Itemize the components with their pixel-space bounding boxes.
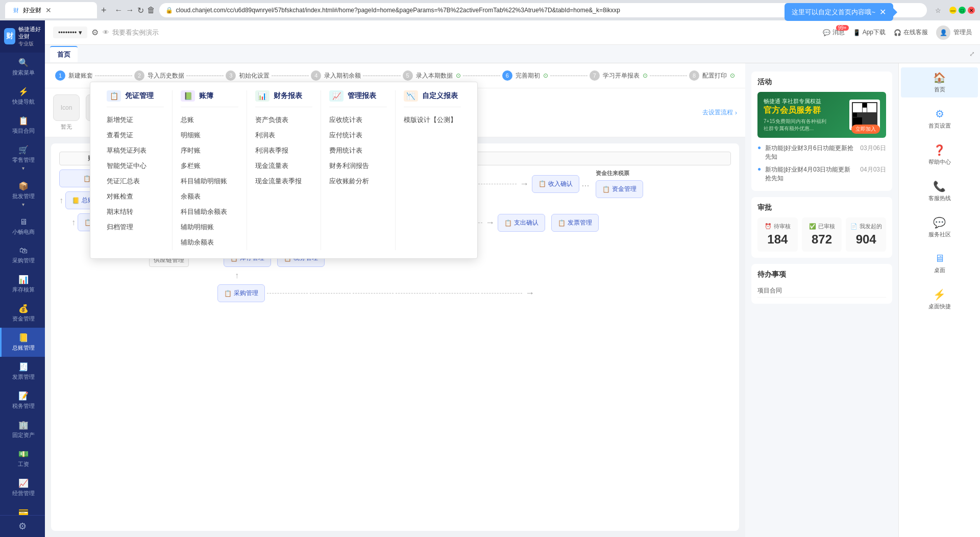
sidebar-item-assets[interactable]: 🏢 固定资产 [0,415,45,444]
sidebar-item-marketing[interactable]: 💳 小畅报销 [0,502,45,515]
menu-item-voucher-summary[interactable]: 凭证汇总表 [107,174,164,189]
rs-item-quick[interactable]: ⚡ 桌面快捷 [901,284,978,314]
sidebar-item-project[interactable]: 📋 项目合同 [0,111,45,140]
tab-home[interactable]: 首页 [50,46,78,62]
user-menu[interactable]: 👤 管理员 [936,26,972,40]
online-support-button[interactable]: 🎧 在线客服 [894,28,928,37]
close-button[interactable]: ✕ [968,7,975,14]
menu-item-sequence-ledger[interactable]: 序时账 [181,143,238,158]
menu-item-aux-balance[interactable]: 辅助余额表 [181,235,238,250]
menu-item-balance-sheet[interactable]: 资产负债表 [255,112,312,128]
company-selector[interactable]: •••••••• ▾ [53,27,87,38]
demo-link[interactable]: 👁 我要看实例演示 [103,28,159,37]
sidebar-item-retail[interactable]: 🛒 零售管理 ▾ [0,140,45,176]
menu-item-profit[interactable]: 利润表 [255,128,312,143]
go-setup-label: 去设置流程 [702,108,733,117]
sidebar-item-search[interactable]: 🔍 搜索菜单 [0,53,45,82]
invoice-label: 发票管理 [568,218,592,227]
shortcut-1[interactable]: Icon 暂无 [53,94,80,131]
sidebar-item-purchase[interactable]: 🛍 采购管理 [0,241,45,270]
minimize-button[interactable]: — [949,7,957,14]
new-tab-button[interactable]: + [101,5,107,16]
menu-item-reconcile[interactable]: 对账检查 [107,189,164,204]
app-download-button[interactable]: 📱 App下载 [853,28,886,37]
income-confirm-box[interactable]: 📋 收入确认 [532,175,579,193]
back-icon[interactable]: ← [115,6,123,15]
sidebar-item-salary[interactable]: 💵 工资 [0,444,45,473]
menu-item-archive[interactable]: 归档管理 [107,219,164,235]
menu-item-smart-voucher[interactable]: 智能凭证中心 [107,158,164,174]
browser-tab[interactable]: 财 好业财 ✕ [5,2,97,18]
forward-icon[interactable]: → [126,6,134,15]
accounting-icon: 📒 [18,333,29,343]
reload-icon[interactable]: ↻ [137,6,144,15]
todo-item-1[interactable]: 项目合同 [757,284,886,298]
menu-item-template-design[interactable]: 模版设计【公测】 [404,112,461,128]
menu-item-detail-ledger[interactable]: 明细账 [181,128,238,143]
sidebar-item-inventory[interactable]: 📊 库存核算 [0,270,45,299]
message-button[interactable]: 💬 消息 99+ [823,28,845,37]
menu-item-draft-voucher[interactable]: 草稿凭证列表 [107,143,164,158]
step-2-label: 导入历史数据 [148,71,184,80]
menu-item-subject-balance[interactable]: 科目辅助余额表 [181,204,238,219]
tab-expand-icon[interactable]: ⤢ [969,50,975,58]
approval-initiated[interactable]: 📄 我发起的 904 [846,217,886,252]
tab-close-icon[interactable]: ✕ [45,6,52,14]
menu-section-financial-header: 📊 财务报表 [255,90,312,107]
step-line-4 [363,76,400,76]
menu-item-subject-detail[interactable]: 科目辅助明细账 [181,174,238,189]
logo-sub: 专业版 [18,40,41,47]
menu-item-aux-detail[interactable]: 辅助明细账 [181,219,238,235]
dots-icon-1[interactable]: … [581,179,590,188]
menu-item-add-voucher[interactable]: 新增凭证 [107,112,164,128]
qr-pattern [852,102,877,128]
menu-item-period-end[interactable]: 期末结转 [107,204,164,219]
step-5-label: 录入本期数据 [416,71,453,80]
rs-item-customer[interactable]: 📞 客服热线 [901,176,978,206]
topbar: •••••••• ▾ ⚙ 👁 我要看实例演示 💬 消息 99+ 📱 App下载 [45,20,980,45]
sidebar-item-ecommerce[interactable]: 🖥 小畅电商 [0,212,45,241]
capital-mgmt-box[interactable]: 📋 资金管理 [596,180,643,198]
sidebar-gear-icon[interactable]: ⚙ [18,521,27,532]
menu-item-cash-flow[interactable]: 现金流量表 [255,158,312,174]
news-item-1[interactable]: ● 新功能|好业财3月6日功能更新抢先知 03月06日 [757,142,886,163]
sidebar-item-ops[interactable]: 📈 经营管理 [0,473,45,502]
menu-item-financial-profit[interactable]: 财务利润报告 [329,158,386,174]
expense-confirm-box[interactable]: 📋 支出确认 [498,214,545,232]
sidebar-item-invoice[interactable]: 🧾 发票管理 [0,357,45,386]
menu-item-expense-stats[interactable]: 费用统计表 [329,143,386,158]
sidebar-item-finance[interactable]: 💰 资金管理 [0,299,45,328]
rs-item-community[interactable]: 💬 服务社区 [901,212,978,242]
join-button[interactable]: 立即加入 [851,125,880,134]
news-item-2[interactable]: ● 新功能|好业财4月03日功能更新抢先知 04月03日 [757,163,886,185]
menu-item-view-voucher[interactable]: 查看凭证 [107,128,164,143]
rs-item-home[interactable]: 🏠 首页 [901,67,978,97]
step-7-num: 7 [590,70,600,81]
menu-item-receivable-stats[interactable]: 应收统计表 [329,112,386,128]
go-setup-link[interactable]: 去设置流程 › [702,108,737,117]
rs-item-help[interactable]: ❓ 帮助中心 [901,140,978,170]
menu-item-cash-flow-quarterly[interactable]: 现金流量表季报 [255,174,312,189]
bookmark-icon[interactable]: ☆ [935,7,941,14]
rs-item-setup[interactable]: ⚙ 首页设置 [901,104,978,134]
purchase-mgmt-box[interactable]: 📋 采购管理 [217,284,265,302]
invoice-mgmt-box[interactable]: 📋 发票管理 [551,214,599,232]
rs-item-desktop[interactable]: 🖥 桌面 [901,249,978,278]
maximize-button[interactable]: □ [959,7,966,14]
sidebar-item-accounting[interactable]: 📒 总账管理 [0,328,45,357]
ledger-icon: 📒 [72,197,80,204]
menu-item-profit-quarterly[interactable]: 利润表季报 [255,143,312,158]
menu-item-payable-stats[interactable]: 应付统计表 [329,128,386,143]
delete-icon[interactable]: 🗑 [147,6,155,15]
sidebar-item-shortcut[interactable]: ⚡ 快捷导航 [0,82,45,111]
menu-item-multi-ledger[interactable]: 多栏账 [181,158,238,174]
sidebar-item-tax[interactable]: 📝 税务管理 [0,386,45,415]
approval-pending[interactable]: ⏰ 待审核 184 [757,217,798,252]
menu-item-general-ledger[interactable]: 总账 [181,112,238,128]
sidebar-item-wholesale[interactable]: 📦 批发管理 ▾ [0,176,45,212]
ops-icon: 📈 [18,478,29,488]
topbar-settings-icon[interactable]: ⚙ [91,28,99,37]
menu-item-balance-table[interactable]: 余额表 [181,189,238,204]
approval-done[interactable]: ✅ 已审核 872 [802,217,842,252]
menu-item-aging-analysis[interactable]: 应收账龄分析 [329,174,386,189]
